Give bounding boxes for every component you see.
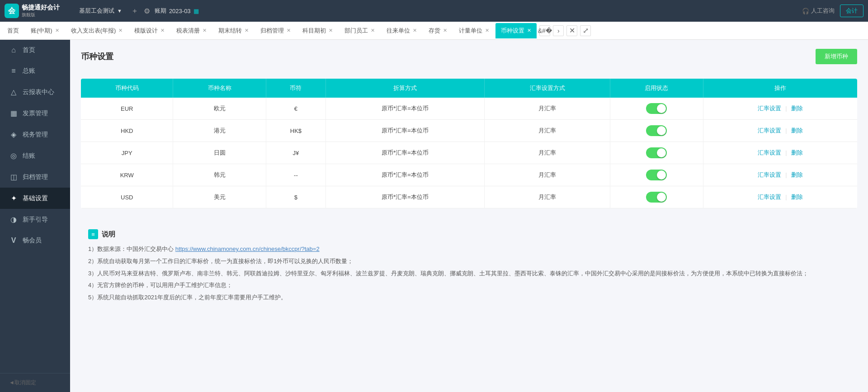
logo-icon: 会: [5, 4, 19, 18]
delete-link[interactable]: 删除: [791, 171, 803, 178]
sidebar: ⌂ 首页 ≡ 总账 △ 云报表中心 ▦ 发票管理 ◈ 税务管理 ◎ 结账: [0, 40, 70, 392]
tab-expand-button[interactable]: ⤢: [580, 25, 591, 36]
sidebar-item-reports[interactable]: △ 云报表中心: [0, 81, 70, 103]
cell-status: [610, 120, 703, 142]
delete-link[interactable]: 删除: [791, 149, 803, 156]
tab-income-close[interactable]: ✕: [118, 28, 123, 33]
user-button[interactable]: 会计: [840, 5, 863, 17]
tab-units-close[interactable]: ✕: [485, 28, 489, 33]
tab-next-button[interactable]: ›: [553, 25, 564, 36]
settings-icon: ✦: [9, 194, 18, 203]
tab-currency-close[interactable]: ✕: [527, 28, 531, 33]
tab-period-end[interactable]: 期末结转 ✕: [213, 23, 254, 38]
col-header-rate-type: 汇率设置方式: [484, 79, 610, 98]
toggle-enabled[interactable]: [646, 147, 667, 158]
settings-icon[interactable]: ⚙: [144, 7, 150, 15]
sidebar-item-ledger[interactable]: ≡ 总账: [0, 61, 70, 81]
table-row: EUR 欧元 € 原币*汇率=本位币 月汇率 汇率设置 | 删除: [81, 98, 857, 120]
delete-link[interactable]: 删除: [791, 127, 803, 134]
action-separator: |: [785, 171, 787, 178]
tab-departments[interactable]: 部门员工 ✕: [339, 23, 380, 38]
tab-archive[interactable]: 归档管理 ✕: [255, 23, 296, 38]
cell-symbol: €: [266, 98, 326, 120]
cell-rate-type: 月汇率: [484, 186, 610, 208]
pin-sidebar-button[interactable]: ◄取消固定: [0, 373, 70, 392]
tab-subjects-close[interactable]: ✕: [329, 28, 333, 33]
chevron-down-icon: ▼: [117, 8, 122, 14]
tab-bar: 首页 账(中期) ✕ 收入支出表(年报) ✕ 模版设计 ✕ 税表清册 ✕ 期末结…: [0, 22, 868, 40]
sidebar-item-settlement[interactable]: ◎ 结账: [0, 145, 70, 166]
chinamoney-link[interactable]: https://www.chinamoney.com.cn/chinese/bk…: [175, 246, 320, 252]
col-header-calc: 折算方式: [326, 79, 485, 98]
delete-link[interactable]: 删除: [791, 105, 803, 112]
note-list-item: 2）系统自动获取每月第一个工作日的汇率标价，统一为直接标价法，即1外币可以兑换的…: [88, 257, 850, 266]
cell-code: USD: [81, 186, 173, 208]
table-row: KRW 韩元 -- 原币*汇率=本位币 月汇率 汇率设置 | 删除: [81, 164, 857, 186]
cell-status: [610, 98, 703, 120]
tab-inventory[interactable]: 存货 ✕: [423, 23, 453, 38]
tab-subjects-label: 科目期初: [302, 27, 326, 35]
tab-departments-close[interactable]: ✕: [371, 28, 375, 33]
content-area: 币种设置 新增币种 币种代码 币种名称 币符 折算方式 汇率设置方式 启用状态 …: [70, 40, 868, 392]
sidebar-item-guide[interactable]: ◑ 新手引导: [0, 209, 70, 230]
rate-setting-link[interactable]: 汇率设置: [758, 171, 781, 178]
tab-partners-close[interactable]: ✕: [413, 28, 417, 33]
sidebar-item-invoice[interactable]: ▦ 发票管理: [0, 103, 70, 124]
cell-rate-type: 月汇率: [484, 98, 610, 120]
tab-tax-close[interactable]: ✕: [203, 28, 207, 33]
col-header-status: 启用状态: [610, 79, 703, 98]
period-info: 账期 2023-03 ▦: [155, 7, 199, 15]
tab-partners[interactable]: 往来单位 ✕: [381, 23, 422, 38]
cell-calc: 原币*汇率=本位币: [326, 164, 485, 186]
toggle-enabled[interactable]: [646, 103, 667, 114]
calendar-icon[interactable]: ▦: [193, 8, 199, 14]
tab-income[interactable]: 收入支出表(年报) ✕: [66, 23, 128, 38]
service-button[interactable]: 🎧 人工咨询: [802, 7, 835, 15]
sidebar-item-home[interactable]: ⌂ 首页: [0, 40, 70, 61]
new-currency-button[interactable]: 新增币种: [816, 49, 857, 64]
rate-setting-link[interactable]: 汇率设置: [758, 194, 781, 200]
rate-setting-link[interactable]: 汇率设置: [758, 127, 781, 134]
rate-setting-link[interactable]: 汇率设置: [758, 105, 781, 112]
tab-template-close[interactable]: ✕: [160, 28, 165, 33]
sidebar-item-archive[interactable]: ◫ 归档管理: [0, 166, 70, 188]
toggle-enabled[interactable]: [646, 125, 667, 136]
tab-subjects[interactable]: 科目期初 ✕: [297, 23, 338, 38]
archive-icon: ◫: [9, 173, 18, 181]
tab-units[interactable]: 计量单位 ✕: [453, 23, 495, 38]
cell-actions: 汇率设置 | 删除: [703, 120, 857, 142]
workspace-selector[interactable]: 基层工会测试 ▼: [79, 7, 122, 15]
tab-balance-close[interactable]: ✕: [55, 28, 59, 33]
tab-currency[interactable]: 币种设置 ✕: [495, 23, 537, 38]
cell-name: 港元: [173, 120, 266, 142]
tab-template[interactable]: 模版设计 ✕: [129, 23, 170, 38]
rate-setting-link[interactable]: 汇率设置: [758, 149, 781, 156]
sidebar-item-member[interactable]: V 畅会员: [0, 230, 70, 251]
sidebar-item-reports-label: 云报表中心: [23, 88, 54, 96]
tab-inventory-close[interactable]: ✕: [443, 28, 447, 33]
sidebar-item-guide-label: 新手引导: [23, 216, 48, 224]
delete-link[interactable]: 删除: [791, 194, 803, 200]
sidebar-item-settlement-label: 结账: [23, 152, 35, 160]
note-title-text: 说明: [102, 230, 115, 239]
tab-balance[interactable]: 账(中期) ✕: [25, 23, 65, 38]
sidebar-item-tax[interactable]: ◈ 税务管理: [0, 124, 70, 145]
tab-close-all-button[interactable]: ✕: [566, 25, 577, 36]
period-label: 账期: [155, 7, 166, 15]
toggle-enabled[interactable]: [646, 170, 667, 180]
home-icon: ⌂: [9, 46, 18, 54]
col-header-actions: 操作: [703, 79, 857, 98]
tab-currency-label: 币种设置: [501, 27, 524, 35]
tab-tax[interactable]: 税表清册 ✕: [171, 23, 212, 38]
tab-archive-close[interactable]: ✕: [287, 28, 291, 33]
tab-prev-button[interactable]: &#�: [539, 25, 550, 36]
tab-departments-label: 部门员工: [344, 27, 368, 35]
service-label: 人工咨询: [811, 7, 835, 15]
tab-home[interactable]: 首页: [2, 23, 24, 38]
cell-symbol: --: [266, 164, 326, 186]
add-workspace-button[interactable]: ＋: [131, 6, 138, 16]
sidebar-item-home-label: 首页: [23, 46, 35, 54]
tab-period-end-close[interactable]: ✕: [245, 28, 249, 33]
sidebar-item-settings[interactable]: ✦ 基础设置: [0, 188, 70, 209]
toggle-enabled[interactable]: [646, 192, 667, 203]
